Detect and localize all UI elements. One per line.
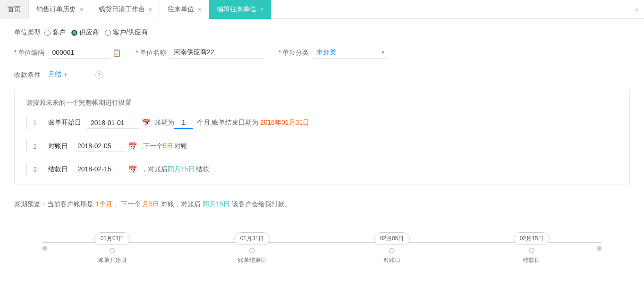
unit-code-label: 单位编码 xyxy=(14,49,44,57)
tab-partners-close[interactable]: × xyxy=(198,6,201,13)
timeline-start-dot xyxy=(42,246,47,251)
period-row-2-calendar[interactable]: 📅 xyxy=(128,142,137,151)
timeline-node-2-label: 账单结束日 xyxy=(238,256,266,264)
period-row-3-suffix: 结款 xyxy=(196,165,209,174)
timeline-node-2-bubble: 01月31日 xyxy=(234,232,271,245)
unit-name-label: 单位名称 xyxy=(136,49,166,57)
unit-code-icon[interactable]: 📋 xyxy=(112,49,121,57)
period-row-3-date[interactable] xyxy=(74,163,126,175)
preview-mid2: 对账，对账后 xyxy=(161,200,201,208)
timeline-node-3-label: 对账日 xyxy=(383,256,400,264)
period-row-2-date[interactable] xyxy=(74,140,126,152)
unit-category-chevron: ▾ xyxy=(381,49,384,56)
timeline-node-1-label: 账单开始日 xyxy=(98,256,127,264)
period-row-2-label: 对账日 xyxy=(48,142,68,151)
preview-highlight2: 月5日 xyxy=(142,200,159,208)
timeline-node-4-label: 结款日 xyxy=(523,256,540,264)
unit-category-field: 单位分类 未分类 ▾ xyxy=(279,46,388,59)
timeline-node-3-dot xyxy=(389,248,395,253)
period-row-1-calendar[interactable]: 📅 xyxy=(142,118,151,127)
timeline-node-4: 02月15日 结款日 xyxy=(462,232,602,264)
tab-edit-partner-close[interactable]: × xyxy=(260,6,263,13)
period-row-1-suffix: 个月,账单结束日期为 xyxy=(197,118,258,127)
preview-suffix: 该客户会给我打款。 xyxy=(232,200,291,208)
payment-terms-row: 收款条件 月结 ▾ ? xyxy=(14,68,630,81)
period-settings-box: 请按照未来的一个完整帐期进行设置 1 账单开始日 📅 账期为 个月,账单结束日期… xyxy=(14,89,630,185)
period-row-3-highlight: 同月15日 xyxy=(168,165,195,174)
payment-terms-value: 月结 xyxy=(48,70,61,79)
timeline-dot-right xyxy=(597,246,602,251)
period-row-3-calendar[interactable]: 📅 xyxy=(128,165,137,174)
period-row-1: 1 账单开始日 📅 账期为 个月,账单结束日期为 2018年01月31日 xyxy=(26,117,618,129)
timeline-node-1: 01月01日 账单开始日 xyxy=(42,232,182,264)
tab-expand-button[interactable]: › xyxy=(630,5,644,14)
tab-cash-desk[interactable]: 钱货日清工作台 × xyxy=(91,0,160,19)
radio-supplier[interactable]: 供应商 xyxy=(71,28,99,37)
unit-code-input[interactable] xyxy=(48,47,110,59)
tab-home[interactable]: 首页 xyxy=(0,0,29,19)
tab-sales-history[interactable]: 销售订单历史 × xyxy=(29,0,91,19)
tab-edit-partner[interactable]: 编辑往来单位 × xyxy=(209,0,271,19)
tabs-bar: 首页 销售订单历史 × 钱货日清工作台 × 往来单位 × 编辑往来单位 × › xyxy=(0,0,644,19)
period-row-2-num: 2 xyxy=(33,143,42,150)
timeline-node-2: 01月31日 账单结束日 xyxy=(182,232,322,264)
payment-terms-select[interactable]: 月结 ▾ xyxy=(44,68,92,81)
payment-terms-chevron: ▾ xyxy=(64,71,67,78)
period-settings-title: 请按照未来的一个完整帐期进行设置 xyxy=(26,99,618,107)
preview-prefix: 账期预览：当前客户账期是 xyxy=(14,200,93,208)
tab-partners[interactable]: 往来单位 × xyxy=(160,0,209,19)
unit-category-select[interactable]: 未分类 ▾ xyxy=(313,46,388,59)
unit-type-radio-group: 客户 供应商 客户/供应商 xyxy=(44,28,148,37)
unit-type-label: 单位类型 xyxy=(14,28,41,37)
timeline-node-4-dot xyxy=(529,248,534,253)
tab-cash-desk-close[interactable]: × xyxy=(149,6,152,13)
timeline-nodes: 01月01日 账单开始日 01月31日 账单结束日 02月05日 对账日 xyxy=(42,232,602,264)
unit-name-input[interactable] xyxy=(170,47,264,59)
timeline: 01月01日 账单开始日 01月31日 账单结束日 02月05日 对账日 xyxy=(14,218,630,283)
timeline-dot-left xyxy=(42,246,47,251)
unit-code-field: 单位编码 📋 xyxy=(14,47,121,59)
preview-section: 账期预览：当前客户账期是 1个月， 下一个 月5日 对账，对账后 同月15日 该… xyxy=(14,193,630,287)
period-row-3-prefix: ，对账后 xyxy=(141,165,168,174)
radio-both-input[interactable] xyxy=(105,30,111,36)
period-row-1-date[interactable] xyxy=(87,117,139,129)
period-row-3-num: 3 xyxy=(33,166,42,173)
period-row-1-label: 账单开始日 xyxy=(48,118,81,127)
unit-type-row: 单位类型 客户 供应商 客户/供应商 xyxy=(14,28,630,37)
period-row-1-num: 1 xyxy=(33,119,42,127)
timeline-node-1-dot xyxy=(110,248,115,253)
unit-category-label: 单位分类 xyxy=(279,49,309,57)
payment-terms-help[interactable]: ? xyxy=(95,71,103,79)
timeline-node-4-bubble: 02月15日 xyxy=(514,232,550,245)
preview-highlight3: 同月15日 xyxy=(203,200,230,208)
period-row-2: 2 对账日 📅 ,下一个 5日 对账 xyxy=(26,140,618,152)
period-row-2-prefix: ,下一个 xyxy=(141,142,163,151)
radio-supplier-input[interactable] xyxy=(71,30,77,36)
period-row-1-end-date: 2018年01月31日 xyxy=(260,118,309,127)
preview-highlight1: 1个月， xyxy=(95,200,119,208)
preview-text: 账期预览：当前客户账期是 1个月， 下一个 月5日 对账，对账后 同月15日 该… xyxy=(14,200,630,209)
period-row-3-label: 结款日 xyxy=(48,165,68,174)
radio-customer[interactable]: 客户 xyxy=(44,28,66,37)
unit-name-field: 单位名称 xyxy=(136,47,264,59)
timeline-node-3: 02月05日 对账日 xyxy=(322,232,462,264)
period-row-2-highlight: 5日 xyxy=(163,142,173,151)
timeline-node-1-bubble: 01月01日 xyxy=(94,232,131,245)
radio-customer-input[interactable] xyxy=(44,30,51,36)
radio-both[interactable]: 客户/供应商 xyxy=(105,28,148,37)
timeline-end-dot xyxy=(597,246,602,251)
payment-terms-label: 收款条件 xyxy=(14,71,41,79)
period-row-3: 3 结款日 📅 ，对账后 同月15日 结款 xyxy=(26,163,618,175)
tab-sales-history-close[interactable]: × xyxy=(80,6,83,13)
timeline-node-2-dot xyxy=(249,248,255,253)
preview-mid1: 下一个 xyxy=(121,200,141,208)
period-row-1-period-label: 账期为 xyxy=(154,118,174,127)
unit-type-field: 单位类型 客户 供应商 客户/供应商 xyxy=(14,28,148,37)
period-row-1-months[interactable] xyxy=(174,117,193,129)
timeline-node-3-bubble: 02月05日 xyxy=(374,232,410,245)
unit-category-value: 未分类 xyxy=(316,48,379,57)
main-content: 单位类型 客户 供应商 客户/供应商 单位编码 📋 xyxy=(0,19,644,287)
unit-info-row: 单位编码 📋 单位名称 单位分类 未分类 ▾ xyxy=(14,46,630,59)
period-row-2-suffix: 对账 xyxy=(174,142,187,151)
